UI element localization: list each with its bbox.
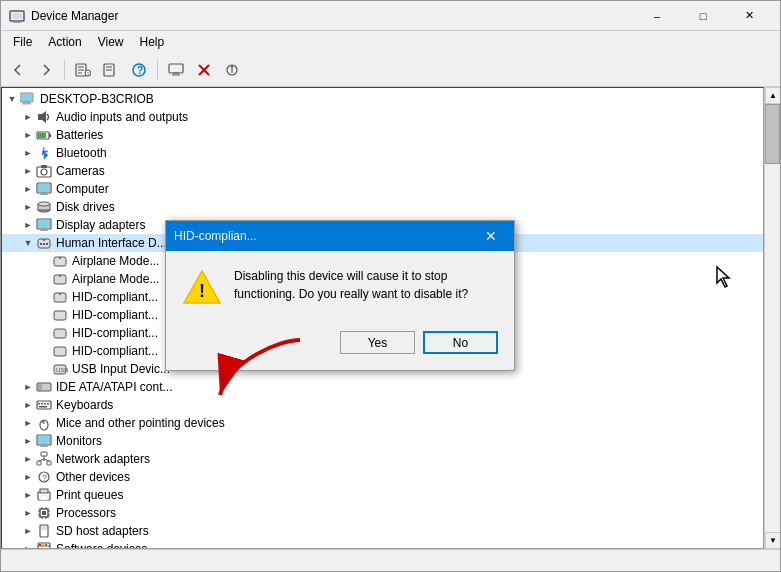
- computer-icon: [20, 91, 36, 107]
- svg-rect-41: [38, 220, 50, 228]
- svg-rect-97: [41, 526, 47, 530]
- svg-point-45: [43, 239, 45, 241]
- svg-rect-101: [42, 544, 44, 546]
- expand-keyboards[interactable]: ►: [20, 397, 36, 413]
- tree-software[interactable]: ► Software devices: [2, 540, 763, 549]
- batteries-label: Batteries: [56, 128, 103, 142]
- keyboard-icon: [36, 397, 52, 413]
- close-button[interactable]: ✕: [726, 1, 772, 31]
- dialog-content: ! Disabling this device will cause it to…: [166, 251, 514, 323]
- dialog-close-button[interactable]: ✕: [476, 221, 506, 251]
- software-icon: [36, 541, 52, 549]
- tree-computer[interactable]: ► Computer: [2, 180, 763, 198]
- expand-ide[interactable]: ►: [20, 379, 36, 395]
- tree-ide[interactable]: ► IDE ATA/ATAPI cont...: [2, 378, 763, 396]
- svg-rect-1: [12, 13, 22, 19]
- scroll-thumb[interactable]: [765, 104, 780, 164]
- svg-rect-77: [47, 461, 51, 465]
- computer-label: Computer: [56, 182, 109, 196]
- tree-bluetooth[interactable]: ► Bluetooth: [2, 144, 763, 162]
- forward-button[interactable]: [33, 57, 59, 83]
- scroll-down[interactable]: ▼: [765, 532, 780, 549]
- svg-rect-72: [38, 436, 50, 444]
- svg-line-79: [39, 459, 44, 461]
- dialog-message-text: Disabling this device will cause it to s…: [234, 267, 498, 303]
- audio-label: Audio inputs and outputs: [56, 110, 188, 124]
- svg-rect-87: [42, 511, 46, 515]
- uninstall-button[interactable]: [191, 57, 217, 83]
- expand-display[interactable]: ►: [20, 217, 36, 233]
- tree-processors[interactable]: ► Processors: [2, 504, 763, 522]
- scrollbar[interactable]: ▲ ▼: [764, 87, 780, 549]
- tree-other[interactable]: ► ? Other devices: [2, 468, 763, 486]
- expand-monitors[interactable]: ►: [20, 433, 36, 449]
- dialog-yes-button[interactable]: Yes: [340, 331, 415, 354]
- keyboards-label: Keyboards: [56, 398, 113, 412]
- expand-root[interactable]: ▼: [4, 91, 20, 107]
- svg-text:?: ?: [42, 473, 47, 483]
- expand-mice[interactable]: ►: [20, 415, 36, 431]
- menu-file[interactable]: File: [5, 31, 40, 53]
- svg-rect-56: [54, 329, 66, 338]
- menu-bar: File Action View Help: [1, 31, 780, 53]
- title-bar: Device Manager – □ ✕: [1, 1, 780, 31]
- tree-keyboards[interactable]: ► Keyboards: [2, 396, 763, 414]
- scroll-track[interactable]: [765, 104, 780, 532]
- scroll-up[interactable]: ▲: [765, 87, 780, 104]
- tree-monitors[interactable]: ► Monitors: [2, 432, 763, 450]
- expand-hid[interactable]: ▼: [20, 235, 36, 251]
- separator-1: [64, 60, 65, 80]
- tree-sd[interactable]: ► SD host adapters: [2, 522, 763, 540]
- expand-sd[interactable]: ►: [20, 523, 36, 539]
- bluetooth-icon: [36, 145, 52, 161]
- tree-print[interactable]: ► Print queues: [2, 486, 763, 504]
- properties-button[interactable]: ?: [70, 57, 96, 83]
- print-icon: [36, 487, 52, 503]
- update-driver-button[interactable]: [98, 57, 124, 83]
- expand-bluetooth[interactable]: ►: [20, 145, 36, 161]
- tree-cameras[interactable]: ► Cameras: [2, 162, 763, 180]
- svg-rect-64: [41, 403, 43, 405]
- tree-network[interactable]: ► Network adapters: [2, 450, 763, 468]
- svg-rect-36: [40, 194, 48, 195]
- hid-child-4-icon: [52, 343, 68, 359]
- scan-button[interactable]: [219, 57, 245, 83]
- expand-computer[interactable]: ►: [20, 181, 36, 197]
- help-button[interactable]: ?: [126, 57, 152, 83]
- minimize-button[interactable]: –: [634, 1, 680, 31]
- maximize-button[interactable]: □: [680, 1, 726, 31]
- expand-network[interactable]: ►: [20, 451, 36, 467]
- tree-mice[interactable]: ► Mice and other pointing devices: [2, 414, 763, 432]
- mice-icon: [36, 415, 52, 431]
- svg-rect-62: [37, 401, 51, 409]
- expand-disk[interactable]: ►: [20, 199, 36, 215]
- svg-text:?: ?: [137, 65, 143, 76]
- expand-cameras[interactable]: ►: [20, 163, 36, 179]
- tree-batteries[interactable]: ► Batteries: [2, 126, 763, 144]
- tree-root[interactable]: ▼ DESKTOP-B3CRIOB: [2, 90, 763, 108]
- tree-disk[interactable]: ► Disk drives: [2, 198, 763, 216]
- menu-action[interactable]: Action: [40, 31, 89, 53]
- expand-processors[interactable]: ►: [20, 505, 36, 521]
- svg-rect-46: [40, 243, 42, 245]
- expand-audio[interactable]: ►: [20, 109, 36, 125]
- expand-other[interactable]: ►: [20, 469, 36, 485]
- svg-rect-28: [49, 134, 51, 137]
- expand-batteries[interactable]: ►: [20, 127, 36, 143]
- tree-audio[interactable]: ► Audio inputs and outputs: [2, 108, 763, 126]
- expand-software[interactable]: ►: [20, 541, 36, 549]
- svg-text:USB: USB: [56, 367, 68, 373]
- network-icon: [36, 451, 52, 467]
- display-button[interactable]: [163, 57, 189, 83]
- svg-point-52: [59, 275, 61, 277]
- toolbar: ? ?: [1, 53, 780, 87]
- svg-rect-34: [38, 184, 50, 192]
- hid-child-1-icon: [52, 289, 68, 305]
- hid-child-2-icon: [52, 307, 68, 323]
- dialog-no-button[interactable]: No: [423, 331, 498, 354]
- back-button[interactable]: [5, 57, 31, 83]
- menu-help[interactable]: Help: [132, 31, 173, 53]
- expand-print[interactable]: ►: [20, 487, 36, 503]
- menu-view[interactable]: View: [90, 31, 132, 53]
- svg-rect-48: [43, 243, 45, 245]
